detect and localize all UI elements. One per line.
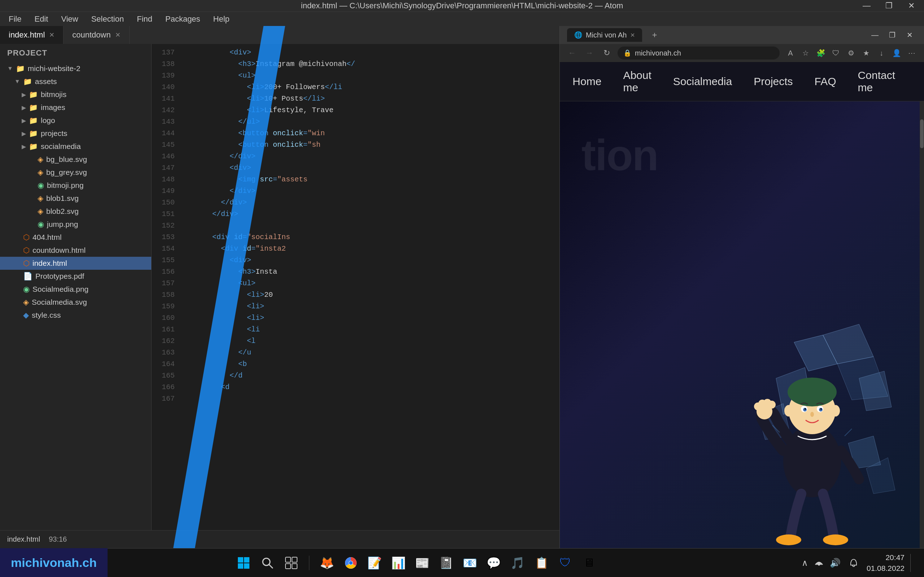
forward-button[interactable]: → <box>583 47 596 60</box>
tab-index-close[interactable]: ✕ <box>49 31 55 39</box>
countdown-html-icon: ⬡ <box>23 246 30 255</box>
browser-tab-close[interactable]: ✕ <box>630 32 635 39</box>
site-logo: michivonah.ch <box>0 548 108 577</box>
tree-prototypes-pdf[interactable]: 📄 Prototypes.pdf <box>0 270 151 283</box>
tree-countdown-html[interactable]: ⬡ countdown.html <box>0 244 151 257</box>
tree-root-label: michi-website-2 <box>28 64 81 73</box>
spotify-taskbar-icon[interactable]: 🎵 <box>509 554 527 572</box>
images-icon: 📁 <box>29 103 38 112</box>
onenote-taskbar-icon[interactable]: 📓 <box>437 554 455 572</box>
tree-blob1[interactable]: ◈ blob1.svg <box>0 192 151 205</box>
star-icon[interactable]: ★ <box>860 47 873 60</box>
editor-sidebar-split: Project ▼ 📁 michi-website-2 ▼ 📁 assets <box>0 44 559 530</box>
firefox-taskbar-icon[interactable]: 🦊 <box>318 554 336 572</box>
tree-404-html[interactable]: ⬡ 404.html <box>0 231 151 244</box>
tray-network[interactable] <box>814 557 824 569</box>
browser-active-tab[interactable]: 🌐 Michi von Ah ✕ <box>567 28 642 42</box>
chrome-taskbar-icon[interactable] <box>342 554 360 572</box>
browser-maximize[interactable]: ❐ <box>885 29 900 41</box>
tree-style-css[interactable]: ◆ style.css <box>0 309 151 322</box>
menu-view[interactable]: View <box>55 13 84 25</box>
blob1-icon: ◈ <box>37 194 43 203</box>
tree-bg-blue[interactable]: ◈ bg_blue.svg <box>0 153 151 166</box>
nav-about[interactable]: About me <box>623 69 651 94</box>
close-button[interactable]: ✕ <box>903 0 920 11</box>
new-tab-button[interactable]: + <box>648 29 661 42</box>
tab-countdown-close[interactable]: ✕ <box>115 31 121 39</box>
profile-icon[interactable]: 👤 <box>890 47 903 60</box>
code-editor[interactable]: 137138139140 141142143144 145146147148 1… <box>152 44 559 530</box>
more-icon[interactable]: ⋯ <box>905 47 918 60</box>
translate-icon[interactable]: A <box>784 47 797 60</box>
nav-projects[interactable]: Projects <box>754 76 793 88</box>
bitwarden-taskbar-icon[interactable]: 🛡 <box>556 554 574 572</box>
tree-blob2[interactable]: ◈ blob2.svg <box>0 205 151 218</box>
menu-edit[interactable]: Edit <box>29 13 54 25</box>
nav-socialmedia[interactable]: Socialmedia <box>673 76 732 88</box>
prototypes-pdf-label: Prototypes.pdf <box>36 272 84 280</box>
tree-socialmedia-folder[interactable]: ▶ 📁 socialmedia <box>0 140 151 153</box>
prototypes-pdf-icon: 📄 <box>23 272 32 280</box>
extension-icon[interactable]: 🧩 <box>814 47 827 60</box>
tree-bitmojis-folder[interactable]: ▶ 📁 bitmojis <box>0 88 151 101</box>
taskbar-center-icons: 🦊 📝 📊 📰 📓 📧 <box>234 554 598 572</box>
tab-countdown[interactable]: countdown ✕ <box>63 26 129 44</box>
back-button[interactable]: ← <box>565 47 578 60</box>
system-clock[interactable]: 20:47 01.08.2022 <box>867 552 905 574</box>
settings-icon[interactable]: ⚙ <box>845 47 858 60</box>
minimize-button[interactable]: — <box>858 0 875 11</box>
notification-icon[interactable] <box>846 556 861 570</box>
notion-taskbar-icon[interactable]: 📋 <box>532 554 551 572</box>
tree-logo-folder[interactable]: ▶ 📁 logo <box>0 114 151 127</box>
nav-contact[interactable]: Contact me <box>858 69 895 94</box>
svg-rect-41 <box>292 564 297 569</box>
tray-volume[interactable]: 🔊 <box>830 558 841 568</box>
tree-projects-folder[interactable]: ▶ 📁 projects <box>0 127 151 140</box>
nav-faq[interactable]: FAQ <box>815 76 836 88</box>
browser-close[interactable]: ✕ <box>902 29 917 41</box>
tree-images-folder[interactable]: ▶ 📁 images <box>0 101 151 114</box>
jump-png-icon: ◉ <box>37 220 44 229</box>
tree-socialmedia-png[interactable]: ◉ Socialmedia.png <box>0 283 151 296</box>
website-content: Home About me Socialmedia Projects FAQ C… <box>560 62 924 548</box>
word-taskbar-icon[interactable]: 📝 <box>366 554 384 572</box>
windows-start-button[interactable] <box>234 554 253 572</box>
tree-bitmoji-png[interactable]: ◉ bitmoji.png <box>0 179 151 192</box>
address-bar[interactable]: 🔒 michivonah.ch <box>617 47 780 60</box>
menu-find[interactable]: Find <box>131 13 158 25</box>
tray-arrow[interactable]: ∧ <box>802 558 808 568</box>
nav-home[interactable]: Home <box>572 76 601 88</box>
menu-file[interactable]: File <box>3 13 27 25</box>
teams-taskbar-icon[interactable]: 💬 <box>485 554 503 572</box>
task-view-button[interactable] <box>282 554 300 572</box>
svg-point-20 <box>810 412 814 417</box>
browser-scrollbar[interactable] <box>920 102 924 548</box>
shield-icon[interactable]: 🛡 <box>829 47 842 60</box>
atom-statusbar: index.html 93:16 <box>0 530 559 548</box>
socialmedia-folder-icon: 📁 <box>29 142 38 151</box>
outlook-taskbar-icon[interactable]: 📧 <box>461 554 479 572</box>
maximize-button[interactable]: ❐ <box>881 0 897 11</box>
socialmedia-svg-icon: ◈ <box>23 298 29 306</box>
other-app-icon[interactable]: 🖥 <box>580 554 598 572</box>
tree-root[interactable]: ▼ 📁 michi-website-2 <box>0 62 151 75</box>
reload-button[interactable]: ↻ <box>600 47 613 60</box>
powerpoint-taskbar-icon[interactable]: 📰 <box>413 554 431 572</box>
tree-jump-png[interactable]: ◉ jump.png <box>0 218 151 231</box>
show-desktop-button[interactable] <box>910 554 913 572</box>
tab-index-html[interactable]: index.html ✕ <box>0 26 63 44</box>
browser-minimize[interactable]: — <box>868 29 882 41</box>
tree-socialmedia-svg[interactable]: ◈ Socialmedia.svg <box>0 296 151 309</box>
taskbar-search-button[interactable] <box>258 554 276 572</box>
favorites-icon[interactable]: ☆ <box>799 47 812 60</box>
download-icon[interactable]: ↓ <box>875 47 888 60</box>
tree-bg-grey[interactable]: ◈ bg_grey.svg <box>0 166 151 179</box>
menu-selection[interactable]: Selection <box>86 13 130 25</box>
tree-assets-folder[interactable]: ▼ 📁 assets <box>0 75 151 88</box>
svg-point-18 <box>804 408 806 410</box>
menu-help[interactable]: Help <box>208 13 235 25</box>
excel-taskbar-icon[interactable]: 📊 <box>389 554 407 572</box>
menu-packages[interactable]: Packages <box>160 13 206 25</box>
bitmojis-chevron: ▶ <box>22 91 26 98</box>
tree-index-html[interactable]: ⬡ index.html <box>0 257 151 270</box>
